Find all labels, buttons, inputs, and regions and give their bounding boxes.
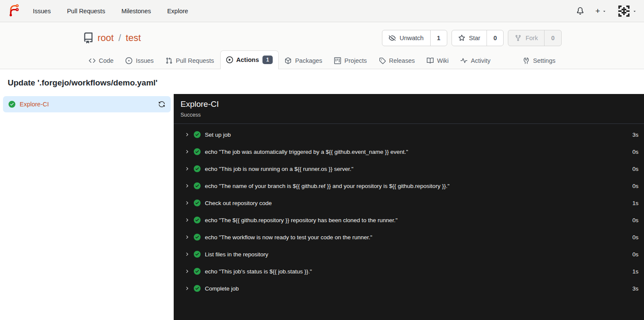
check-circle-icon [194, 182, 201, 189]
step-row[interactable]: echo "The workflow is now ready to test … [174, 229, 644, 246]
tab-settings[interactable]: Settings [517, 52, 561, 69]
step-duration: 0s [632, 183, 638, 189]
step-duration: 1s [632, 268, 638, 275]
tab-pull-requests[interactable]: Pull Requests [160, 52, 220, 69]
nav-item-issues[interactable]: Issues [33, 8, 51, 15]
check-circle-icon [194, 285, 201, 292]
repo-name-link[interactable]: test [126, 32, 141, 44]
chevron-right-icon [184, 166, 189, 171]
tab-pull-requests-label: Pull Requests [176, 57, 214, 64]
unwatch-label: Unwatch [399, 35, 423, 41]
check-circle-icon [194, 234, 201, 241]
check-circle-icon [194, 131, 201, 138]
job-log-title: Explore-CI [181, 100, 637, 109]
star-label: Star [469, 35, 481, 41]
package-icon [285, 57, 291, 64]
star-button-group: Star 0 [452, 30, 504, 46]
notifications-bell-icon[interactable] [577, 7, 584, 15]
tools-icon [523, 57, 530, 64]
job-status-text: Success [181, 112, 637, 118]
unwatch-button[interactable]: Unwatch [382, 30, 430, 46]
step-label: echo "The ${{ github.repository }} repos… [205, 217, 398, 223]
actions-count-badge: 1 [262, 56, 273, 64]
tab-projects[interactable]: Projects [328, 52, 373, 69]
user-avatar [618, 5, 630, 17]
tab-packages-label: Packages [295, 57, 322, 64]
chevron-right-icon [184, 286, 189, 291]
step-duration: 0s [632, 166, 638, 172]
tab-actions[interactable]: Actions 1 [220, 50, 279, 69]
repo-header: root / test Unwatch 1 Star 0 [0, 22, 644, 69]
job-list-item-explore-ci[interactable]: Explore-CI [3, 96, 171, 112]
pulse-icon [460, 57, 467, 64]
check-circle-icon [194, 251, 201, 258]
step-duration: 3s [632, 132, 638, 138]
project-icon [334, 57, 341, 64]
star-button[interactable]: Star [452, 30, 487, 46]
step-label: echo "The name of your branch is ${{ git… [205, 183, 449, 189]
rerun-job-icon[interactable] [158, 101, 165, 108]
tab-activity-label: Activity [471, 57, 490, 64]
job-log-panel: Explore-CI Success Set up job 3s echo "T… [174, 94, 644, 320]
chevron-right-icon [184, 269, 189, 274]
check-circle-icon [194, 165, 201, 172]
repo-action-buttons: Unwatch 1 Star 0 Fork 0 [382, 30, 561, 46]
tab-projects-label: Projects [344, 57, 367, 64]
step-row[interactable]: Check out repository code 1s [174, 194, 644, 211]
job-log-header: Explore-CI Success [174, 94, 644, 124]
step-label: List files in the repository [205, 251, 268, 258]
chevron-right-icon [184, 132, 189, 137]
tab-wiki[interactable]: Wiki [421, 52, 455, 69]
nav-item-milestones[interactable]: Milestones [121, 8, 151, 15]
step-row[interactable]: echo "The name of your branch is ${{ git… [174, 177, 644, 194]
repo-path-separator: / [118, 32, 121, 44]
step-row[interactable]: List files in the repository 0s [174, 246, 644, 263]
step-duration: 0s [632, 149, 638, 155]
step-duration: 0s [632, 217, 638, 223]
step-row[interactable]: Set up job 3s [174, 126, 644, 143]
step-duration: 1s [632, 200, 638, 206]
step-row[interactable]: Complete job 3s [174, 280, 644, 297]
chevron-right-icon [184, 217, 189, 223]
code-icon [89, 57, 96, 64]
step-duration: 0s [632, 234, 638, 241]
step-row[interactable]: echo "The job was automatically triggere… [174, 143, 644, 160]
fork-button[interactable]: Fork [508, 30, 544, 46]
book-icon [427, 57, 434, 64]
steps-list: Set up job 3s echo "The job was automati… [174, 124, 644, 297]
eye-closed-icon [389, 35, 396, 41]
fork-label: Fork [525, 35, 538, 41]
create-new-dropdown[interactable]: + [595, 7, 606, 15]
repo-owner-link[interactable]: root [98, 32, 114, 44]
tab-releases[interactable]: Releases [373, 52, 421, 69]
tab-packages[interactable]: Packages [279, 52, 328, 69]
nav-item-explore[interactable]: Explore [167, 8, 188, 15]
repo-icon [83, 32, 94, 44]
check-circle-icon [194, 148, 201, 155]
git-pull-request-icon [166, 57, 172, 64]
step-label: Check out repository code [205, 200, 272, 206]
watchers-count[interactable]: 1 [430, 30, 447, 46]
check-circle-icon [9, 101, 15, 108]
tab-activity[interactable]: Activity [455, 52, 496, 69]
fork-icon [515, 35, 522, 41]
forgejo-logo-icon[interactable] [7, 4, 20, 18]
user-menu-dropdown[interactable] [618, 5, 637, 17]
step-duration: 0s [632, 251, 638, 258]
step-row[interactable]: echo "This job's status is ${{ job.statu… [174, 263, 644, 280]
fork-button-group: Fork 0 [508, 30, 561, 46]
tab-code[interactable]: Code [83, 52, 120, 69]
tab-settings-label: Settings [533, 57, 555, 64]
check-circle-icon [194, 217, 201, 223]
step-label: echo "This job's status is ${{ job.statu… [205, 268, 312, 275]
star-icon [458, 35, 465, 41]
repo-tabs: Code Issues Pull Requests Actions 1 Pack… [83, 50, 562, 69]
stars-count[interactable]: 0 [487, 30, 503, 46]
step-row[interactable]: echo "This job is now running on a ${{ r… [174, 160, 644, 177]
tab-actions-label: Actions [236, 56, 259, 63]
unwatch-button-group: Unwatch 1 [382, 30, 447, 46]
step-row[interactable]: echo "The ${{ github.repository }} repos… [174, 211, 644, 229]
nav-item-pull-requests[interactable]: Pull Requests [67, 8, 105, 15]
tab-issues[interactable]: Issues [119, 52, 160, 69]
check-circle-icon [194, 268, 201, 275]
